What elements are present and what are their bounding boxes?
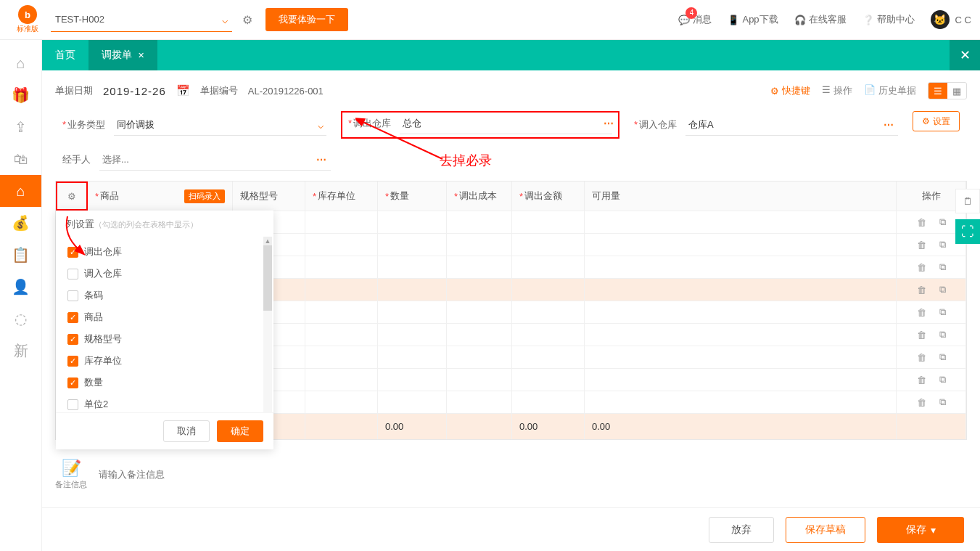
messages-button[interactable]: 💬 消息 4 bbox=[678, 13, 712, 26]
logo-icon: b bbox=[18, 5, 37, 24]
headset-icon: 🎧 bbox=[794, 15, 806, 25]
project-select[interactable]: TEST-H002 ⌵ bbox=[51, 7, 232, 32]
project-name: TEST-H002 bbox=[55, 14, 104, 25]
user-menu[interactable]: 🐱 C C bbox=[931, 10, 971, 29]
chevron-down-icon: ⌵ bbox=[222, 14, 228, 25]
gear-icon[interactable]: ⚙ bbox=[242, 13, 252, 27]
avatar: 🐱 bbox=[931, 10, 950, 29]
help-center-link[interactable]: ❔ 帮助中心 bbox=[862, 13, 915, 26]
trial-button[interactable]: 我要体验一下 bbox=[265, 8, 348, 31]
logo-badge: 标准版 bbox=[17, 24, 38, 34]
top-header: b 标准版 TEST-H002 ⌵ ⚙ 我要体验一下 💬 消息 4 📱 App下… bbox=[0, 0, 980, 40]
phone-icon: 📱 bbox=[728, 15, 739, 25]
online-service-link[interactable]: 🎧 在线客服 bbox=[794, 13, 847, 26]
logo[interactable]: b 标准版 bbox=[9, 5, 46, 34]
user-name: C C bbox=[955, 15, 971, 25]
app-download-link[interactable]: 📱 App下载 bbox=[728, 13, 778, 26]
help-icon: ❔ bbox=[862, 15, 874, 25]
